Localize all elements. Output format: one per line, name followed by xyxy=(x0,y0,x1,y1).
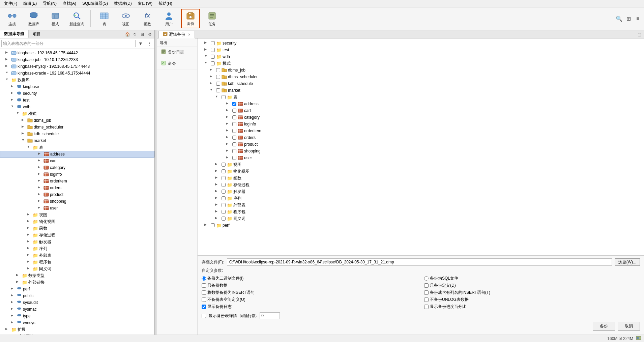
bt-expand-mviews[interactable] xyxy=(215,169,221,174)
bt-expand-shopping[interactable] xyxy=(226,148,231,154)
bt-wdh[interactable]: 📁 wdh xyxy=(199,53,643,60)
bt-ext-tables-cb[interactable] xyxy=(222,203,226,207)
extensions-folder[interactable]: 📁 扩展 xyxy=(0,326,154,333)
bt-product[interactable]: product xyxy=(199,141,643,148)
expand-db-kingbase[interactable] xyxy=(11,84,16,89)
bt-expand-procedures[interactable] xyxy=(215,182,221,188)
tab-project[interactable]: 项目 xyxy=(29,31,45,38)
bt-expand-triggers[interactable] xyxy=(215,189,221,194)
opt-table-detail-cb[interactable] xyxy=(202,314,206,318)
table-product[interactable]: product xyxy=(0,191,154,198)
interval-input[interactable] xyxy=(260,312,280,319)
bt-triggers-cb[interactable] xyxy=(222,190,226,194)
search-input[interactable] xyxy=(1,40,136,47)
views-folder[interactable]: 📁 视图 xyxy=(0,211,154,218)
ext-links-folder[interactable]: 📁 外部链接 xyxy=(0,279,154,286)
bt-packages-folder[interactable]: 📁 程序包 xyxy=(199,208,643,215)
expand-synonyms[interactable] xyxy=(27,266,32,272)
nav-home-icon[interactable]: 🏠 xyxy=(124,31,131,38)
menu-sql[interactable]: SQL编辑器(S) xyxy=(80,0,111,7)
db-sysaudit[interactable]: sysaudit xyxy=(0,299,154,306)
functions-folder[interactable]: 📁 函数 xyxy=(0,225,154,232)
expand-schemas[interactable] xyxy=(16,111,22,116)
bt-cart[interactable]: cart xyxy=(199,107,643,114)
db-perf[interactable]: perf xyxy=(0,286,154,292)
bt-expand-orderitem[interactable] xyxy=(226,128,231,134)
bt-schemas-checkbox[interactable] xyxy=(211,61,215,65)
expand-db-public[interactable] xyxy=(11,293,16,298)
db-type[interactable]: type xyxy=(0,313,154,319)
schema-market[interactable]: market xyxy=(0,137,154,144)
nav-refresh-icon[interactable]: ↻ xyxy=(131,31,138,38)
expand-db-wmsys[interactable] xyxy=(11,320,16,325)
bt-market[interactable]: market xyxy=(199,87,643,94)
schemas-folder[interactable]: 📁 模式 xyxy=(0,110,154,117)
bt-security-checkbox[interactable] xyxy=(211,41,215,45)
bt-security[interactable]: 📁 security xyxy=(199,40,643,47)
bt-sequences-folder[interactable]: 📁 序列 xyxy=(199,195,643,202)
tab-db-nav[interactable]: 数据库导航 xyxy=(0,30,29,38)
menu-db[interactable]: 数据库(D) xyxy=(111,0,135,7)
expand-kingbase-oracle[interactable] xyxy=(5,70,11,76)
connect-btn[interactable]: 连接 xyxy=(3,9,22,28)
bt-product-cb[interactable] xyxy=(232,142,236,146)
expand-sequences[interactable] xyxy=(27,246,32,251)
bt-synonyms-cb[interactable] xyxy=(222,217,226,221)
menu-file[interactable]: 文件(F) xyxy=(1,0,20,7)
filter-options-icon[interactable]: ⋮ xyxy=(146,40,153,47)
server-kingbase-job[interactable]: kingbase-job - 10.10.12.236:2233 xyxy=(0,56,154,63)
bt-procedures-folder[interactable]: 📁 存储过程 xyxy=(199,181,643,188)
db-kingbase[interactable]: kingbase xyxy=(0,83,154,90)
toolbar-search-icon[interactable]: 🔍 xyxy=(616,15,622,22)
opt-no-tablespace-cb[interactable] xyxy=(202,297,206,302)
browse-button[interactable]: 浏览(W)... xyxy=(615,258,640,266)
opt-no-unlog-cb[interactable] xyxy=(424,297,429,302)
expand-mviews[interactable] xyxy=(27,219,32,224)
bt-views-cb[interactable] xyxy=(222,163,226,167)
bt-expand-packages[interactable] xyxy=(215,209,221,215)
expand-user[interactable] xyxy=(38,205,43,211)
packages-folder[interactable]: 📁 程序包 xyxy=(0,259,154,265)
menu-edit[interactable]: 编辑(E) xyxy=(21,0,39,7)
mviews-folder[interactable]: 📁 物化视图 xyxy=(0,218,154,225)
bt-sequences-cb[interactable] xyxy=(222,196,226,200)
bt-expand-views[interactable] xyxy=(215,162,221,167)
server-kingbase[interactable]: kingbase - 192.168.45.175:44442 xyxy=(0,50,154,56)
toolbar-menu-icon[interactable]: ≡ xyxy=(635,15,641,22)
expand-kingbase-mysql[interactable] xyxy=(5,64,11,69)
schema-dbms-job[interactable]: dbms_job xyxy=(0,117,154,124)
bt-expand-synonyms[interactable] xyxy=(215,216,221,221)
triggers-folder[interactable]: 📁 触发器 xyxy=(0,238,154,245)
bt-triggers-folder[interactable]: 📁 触发器 xyxy=(199,188,643,195)
expand-market[interactable] xyxy=(22,138,27,143)
bt-expand-user[interactable] xyxy=(226,155,231,161)
command-item[interactable]: >_ 命令 xyxy=(157,58,197,69)
expand-tables[interactable] xyxy=(27,145,32,150)
opt-show-log-cb[interactable] xyxy=(202,305,206,309)
menu-nav[interactable]: 导航(N) xyxy=(40,0,59,7)
menu-help[interactable]: 帮助(H) xyxy=(156,0,175,7)
db-security[interactable]: security xyxy=(0,90,154,97)
bt-expand-loginfo[interactable] xyxy=(226,121,231,127)
right-panel-min-icon[interactable]: ▢ xyxy=(636,31,643,38)
db-wdh[interactable]: wdh xyxy=(0,104,154,110)
bt-expand-orders[interactable] xyxy=(226,135,231,140)
opt-data-only-cb[interactable] xyxy=(202,283,206,288)
schema-kdb-schedule[interactable]: kdb_schedule xyxy=(0,131,154,137)
view-btn[interactable]: 视图 xyxy=(116,9,135,28)
table-cart[interactable]: cart xyxy=(0,158,154,164)
tables-folder[interactable]: 📁 表 xyxy=(0,144,154,151)
bt-expand-perf[interactable] xyxy=(204,223,210,228)
expand-procedures[interactable] xyxy=(27,232,32,238)
bt-synonyms-folder[interactable]: 📁 同义词 xyxy=(199,215,643,222)
db-test[interactable]: test xyxy=(0,97,154,104)
database-btn[interactable]: 数据库 xyxy=(24,9,43,28)
bt-expand-sequences[interactable] xyxy=(215,196,221,201)
expand-product[interactable] xyxy=(38,192,43,197)
expand-dbms-scheduler[interactable] xyxy=(22,124,27,130)
bt-address[interactable]: address xyxy=(199,101,643,107)
server-kingbase-oracle[interactable]: kingbase-oracle - 192.168.45.175:44444 xyxy=(0,70,154,77)
bt-ext-tables-folder[interactable]: 📁 外部表 xyxy=(199,202,643,208)
opt-insert-cb[interactable] xyxy=(202,290,206,295)
opt-sql-radio[interactable] xyxy=(424,276,429,281)
